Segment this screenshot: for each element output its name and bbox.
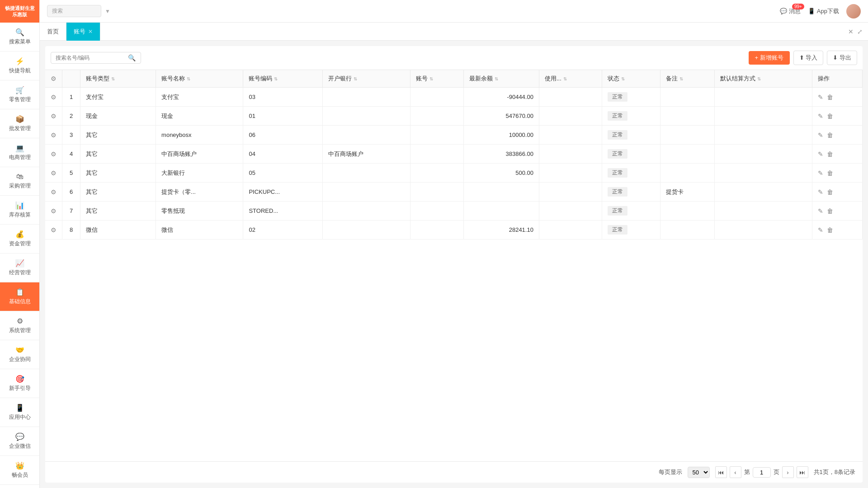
sidebar-item-capital-mgmt[interactable]: 💰资金管理	[0, 225, 39, 253]
delete-icon[interactable]: 🗑	[827, 169, 833, 177]
cell-account	[410, 221, 463, 239]
col-header-balance[interactable]: 最新余额⇅	[463, 70, 539, 88]
search-input[interactable]	[56, 55, 128, 61]
row-gear-icon[interactable]: ⚙	[51, 226, 57, 234]
import-button[interactable]: ⬆ 导入	[793, 51, 824, 65]
delete-icon[interactable]: 🗑	[827, 207, 833, 215]
table-row: ⚙7其它零售抵现STORED...正常✎🗑	[45, 202, 863, 221]
edit-icon[interactable]: ✎	[818, 150, 823, 158]
accounts-table: ⚙账号类型⇅账号名称⇅账号编码⇅开户银行⇅账号⇅最新余额⇅使用...⇅状态⇅备注…	[45, 70, 863, 239]
sidebar-item-enjoy-member[interactable]: 👑畅会员	[0, 456, 39, 485]
edit-icon[interactable]: ✎	[818, 169, 823, 177]
sidebar-logo: 畅捷通财生意 乐惠版	[0, 0, 39, 23]
col-header-name[interactable]: 账号名称⇅	[156, 70, 243, 88]
notification-button[interactable]: 💬 消息 99+	[780, 7, 801, 15]
avatar[interactable]	[846, 4, 861, 19]
cell-default	[715, 145, 812, 164]
delete-icon[interactable]: 🗑	[827, 226, 833, 234]
row-gear-icon[interactable]: ⚙	[51, 150, 57, 158]
cell-bank	[323, 107, 410, 126]
sidebar-item-search-menu[interactable]: 🔍搜索菜单	[0, 23, 39, 52]
sidebar-item-operation-mgmt[interactable]: 📈经营管理	[0, 253, 39, 282]
app-download-label: App下载	[817, 7, 839, 15]
export-button[interactable]: ⬇ 导出	[827, 51, 857, 65]
sidebar-item-quick-nav[interactable]: ⚡快捷导航	[0, 52, 39, 80]
cell-type: 其它	[80, 164, 156, 183]
sidebar-item-wholesale-mgmt[interactable]: 📦批发管理	[0, 109, 39, 138]
row-gear-icon[interactable]: ⚙	[51, 207, 57, 215]
cell-use	[539, 221, 602, 239]
toolbar-actions: + 新增账号 ⬆ 导入 ⬇ 导出	[749, 51, 857, 65]
col-header-status[interactable]: 状态⇅	[602, 70, 660, 88]
sidebar-item-enterprise-wechat[interactable]: 💬企业微信	[0, 427, 39, 456]
last-page-button[interactable]: ⏭	[797, 466, 808, 478]
delete-icon[interactable]: 🗑	[827, 113, 833, 120]
page-size-label: 每页显示	[659, 468, 682, 476]
edit-icon[interactable]: ✎	[818, 94, 823, 101]
sort-icon-type: ⇅	[111, 76, 115, 81]
col-header-default[interactable]: 默认结算方式⇅	[715, 70, 812, 88]
sidebar-item-inventory-check[interactable]: 📊库存核算	[0, 196, 39, 225]
cell-status: 正常	[602, 202, 660, 221]
col-header-use[interactable]: 使用...⇅	[539, 70, 602, 88]
sidebar-item-beginner-guide[interactable]: 🎯新手引导	[0, 369, 39, 398]
sidebar-item-app-center[interactable]: 📱应用中心	[0, 398, 39, 427]
sidebar-item-retail-mgmt[interactable]: 🛒零售管理	[0, 80, 39, 109]
app-download-button[interactable]: 📱 App下载	[808, 7, 839, 15]
row-gear-icon[interactable]: ⚙	[51, 188, 57, 196]
sidebar-item-ecommerce-mgmt[interactable]: 💻电商管理	[0, 138, 39, 167]
sidebar-item-system-mgmt[interactable]: ⚙系统管理	[0, 311, 39, 340]
cell-type: 其它	[80, 183, 156, 202]
cell-use	[539, 107, 602, 126]
cell-use	[539, 164, 602, 183]
cell-remark: 提货卡	[660, 183, 715, 202]
col-header-type[interactable]: 账号类型⇅	[80, 70, 156, 88]
sidebar-item-enterprise-agreement[interactable]: 🤝企业协同	[0, 340, 39, 369]
first-page-button[interactable]: ⏮	[715, 466, 727, 478]
close-tab-button[interactable]: ✕	[848, 28, 854, 35]
delete-icon[interactable]: 🗑	[827, 150, 833, 158]
row-gear-icon[interactable]: ⚙	[51, 113, 57, 120]
add-account-button[interactable]: + 新增账号	[749, 51, 790, 65]
cell-num: 6	[62, 183, 80, 202]
page-size-select[interactable]: 50	[688, 467, 710, 478]
edit-icon[interactable]: ✎	[818, 131, 823, 139]
row-gear-icon[interactable]: ⚙	[51, 131, 57, 139]
sort-icon-account: ⇅	[429, 76, 433, 81]
sidebar-item-purchase-mgmt[interactable]: 🛍采购管理	[0, 167, 39, 196]
delete-icon[interactable]: 🗑	[827, 94, 833, 101]
sidebar-item-basic-info[interactable]: 📋基础信息	[0, 282, 39, 311]
cell-name: 大新银行	[156, 164, 243, 183]
edit-icon[interactable]: ✎	[818, 226, 823, 234]
next-page-button[interactable]: ›	[782, 466, 794, 478]
delete-icon[interactable]: 🗑	[827, 188, 833, 196]
edit-icon[interactable]: ✎	[818, 207, 823, 215]
col-header-remark[interactable]: 备注⇅	[660, 70, 715, 88]
cell-code: STORED...	[243, 202, 323, 221]
tab-home[interactable]: 首页	[40, 23, 66, 41]
edit-icon[interactable]: ✎	[818, 188, 823, 196]
delete-icon[interactable]: 🗑	[827, 131, 833, 139]
prev-page-button[interactable]: ‹	[730, 466, 741, 478]
col-header-bank[interactable]: 开户银行⇅	[323, 70, 410, 88]
cell-status: 正常	[602, 88, 660, 107]
col-header-code[interactable]: 账号编码⇅	[243, 70, 323, 88]
search-icon[interactable]: 🔍	[128, 54, 136, 61]
table-row: ⚙3其它moneybosx0610000.00正常✎🗑	[45, 126, 863, 145]
maximize-tab-button[interactable]: ⤢	[857, 28, 863, 35]
tab-close-account[interactable]: ✕	[88, 28, 93, 35]
cell-action: ✎🗑	[812, 107, 863, 126]
tab-account[interactable]: 账号✕	[66, 23, 100, 41]
cell-gear: ⚙	[45, 88, 62, 107]
gear-icon[interactable]: ⚙	[51, 75, 57, 82]
top-search-box[interactable]: 搜索	[47, 5, 101, 17]
row-gear-icon[interactable]: ⚙	[51, 169, 57, 177]
col-header-account[interactable]: 账号⇅	[410, 70, 463, 88]
edit-icon[interactable]: ✎	[818, 113, 823, 120]
cell-name: moneybosx	[156, 126, 243, 145]
page-number-input[interactable]	[753, 467, 771, 478]
row-gear-icon[interactable]: ⚙	[51, 94, 57, 101]
cell-code: 03	[243, 88, 323, 107]
cell-bank	[323, 88, 410, 107]
sort-icon-remark: ⇅	[679, 76, 683, 81]
